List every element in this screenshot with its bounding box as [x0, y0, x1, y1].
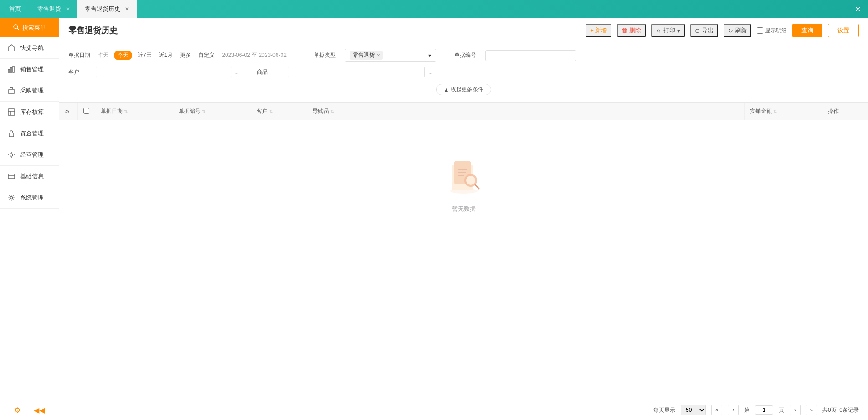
customer-filter-input[interactable] — [96, 67, 232, 77]
th-customer-label: 客户 — [257, 108, 267, 114]
collapse-row: ▲ 收起更多条件 — [68, 82, 859, 97]
date-opt-1month[interactable]: 近1月 — [157, 51, 175, 60]
sidebar-item-system-label: 系统管理 — [20, 194, 44, 202]
svg-line-1 — [17, 28, 19, 30]
export-icon: ⊙ — [695, 27, 700, 34]
sidebar-item-inventory[interactable]: 库存核算 — [0, 102, 59, 123]
date-opt-today[interactable]: 今天 — [114, 51, 132, 60]
close-window-button[interactable]: ✕ — [855, 5, 861, 14]
last-page-button[interactable]: » — [806, 405, 817, 415]
svg-point-15 — [466, 176, 475, 185]
page-size-label: 每页显示 — [653, 406, 675, 414]
settings-bottom-icon[interactable]: ⚙ — [14, 406, 21, 415]
gear-icon — [7, 194, 15, 202]
th-date-label: 单据日期 — [101, 108, 123, 114]
prev-page-button[interactable]: ‹ — [728, 405, 739, 415]
print-icon: 🖨 — [656, 27, 662, 34]
th-guide-sort[interactable]: ⇅ — [330, 109, 334, 114]
box-icon — [7, 108, 15, 116]
page-size-select[interactable]: 10 20 50 100 — [681, 405, 706, 415]
th-settings[interactable]: ⚙ — [59, 103, 77, 120]
type-filter-select[interactable]: 零售退货 ✕ ▾ — [345, 49, 436, 62]
number-filter-label: 单据编号 — [454, 51, 482, 59]
speaker-bottom-icon[interactable]: ◀◀ — [34, 406, 45, 415]
filter-row-1: 单据日期 昨天 今天 近7天 近1月 更多 自定义 2023-06-02 至 2… — [68, 49, 859, 62]
th-number: 单据编号 ⇅ — [173, 103, 251, 120]
collapse-label: 收起更多条件 — [451, 86, 483, 93]
date-opt-more[interactable]: 更多 — [178, 51, 193, 60]
collapse-button[interactable]: ▲ 收起更多条件 — [436, 84, 492, 95]
th-checkbox[interactable] — [77, 103, 95, 120]
tab-home-label: 首页 — [9, 5, 21, 13]
sidebar-item-finance-label: 资金管理 — [20, 129, 44, 138]
page-input-suffix: 页 — [779, 406, 784, 414]
refresh-icon: ↻ — [728, 27, 733, 34]
tab-retail-return-history[interactable]: 零售退货历史 ✕ — [77, 0, 137, 18]
empty-state: 暂无数据 — [59, 120, 868, 250]
info-icon — [7, 172, 15, 180]
sidebar-item-sales-label: 销售管理 — [20, 65, 44, 73]
sidebar-item-basic-info[interactable]: 基础信息 — [0, 166, 59, 187]
lock-icon — [7, 129, 15, 138]
date-range-display: 2023-06-02 至 2023-06-02 — [222, 51, 286, 59]
show-detail-label: 显示明细 — [765, 27, 787, 35]
new-button[interactable]: + 新增 — [586, 24, 611, 37]
tab-retail-return-close[interactable]: ✕ — [66, 6, 70, 12]
svg-rect-9 — [8, 174, 15, 179]
sidebar-search[interactable]: 搜索菜单 — [0, 18, 59, 37]
main-layout: 搜索菜单 快捷导航 销售管理 采购管理 库存核算 — [0, 18, 868, 420]
svg-rect-5 — [9, 89, 14, 94]
page-number-input[interactable] — [755, 405, 773, 415]
th-date: 单据日期 ⇅ — [95, 103, 173, 120]
sidebar-item-sales[interactable]: 销售管理 — [0, 59, 59, 80]
show-detail-checkbox[interactable] — [757, 27, 763, 34]
th-number-label: 单据编号 — [179, 108, 200, 114]
sidebar-item-operations[interactable]: 经营管理 — [0, 144, 59, 166]
tab-retail-return[interactable]: 零售退货 ✕ — [30, 0, 77, 18]
sidebar-item-finance[interactable]: 资金管理 — [0, 123, 59, 144]
show-detail-toggle[interactable]: 显示明细 — [757, 27, 787, 35]
next-page-button[interactable]: › — [790, 405, 801, 415]
sidebar-item-basic-info-label: 基础信息 — [20, 172, 44, 180]
date-opt-yesterday[interactable]: 昨天 — [96, 51, 110, 60]
date-filter-label: 单据日期 — [68, 51, 96, 59]
refresh-label: 刷新 — [735, 26, 747, 35]
table-settings-icon[interactable]: ⚙ — [65, 108, 70, 115]
tab-retail-return-history-close[interactable]: ✕ — [125, 6, 129, 12]
svg-rect-2 — [8, 69, 10, 72]
sidebar: 搜索菜单 快捷导航 销售管理 采购管理 库存核算 — [0, 18, 59, 420]
content-area: 零售退货历史 + 新增 🗑 删除 🖨 打印 ▾ ⊙ 导出 ↻ 刷新 — [59, 18, 868, 420]
sidebar-item-quick-nav[interactable]: 快捷导航 — [0, 37, 59, 59]
first-page-button[interactable]: « — [711, 405, 722, 415]
sidebar-item-system[interactable]: 系统管理 — [0, 187, 59, 209]
tab-retail-return-label: 零售退货 — [37, 5, 61, 13]
type-tag-close[interactable]: ✕ — [376, 53, 380, 58]
goods-filter-container: 商品 ... — [257, 67, 433, 77]
sidebar-item-purchase-label: 采购管理 — [20, 87, 44, 95]
goods-ellipsis[interactable]: ... — [428, 69, 433, 75]
delete-button[interactable]: 🗑 删除 — [617, 24, 646, 37]
collapse-icon: ▲ — [444, 87, 449, 93]
tab-home[interactable]: 首页 — [0, 0, 30, 18]
th-customer-sort[interactable]: ⇅ — [269, 109, 273, 114]
export-label: 导出 — [702, 26, 714, 35]
refresh-button[interactable]: ↻ 刷新 — [724, 24, 751, 37]
goods-filter-input[interactable] — [288, 67, 425, 77]
th-number-sort[interactable]: ⇅ — [202, 109, 205, 114]
number-filter-input[interactable] — [485, 50, 576, 61]
settings-button[interactable]: 设置 — [828, 24, 859, 37]
th-ops: 操作 — [822, 103, 868, 120]
print-button[interactable]: 🖨 打印 ▾ — [651, 24, 685, 37]
date-opt-custom[interactable]: 自定义 — [196, 51, 216, 60]
date-opt-7days[interactable]: 近7天 — [136, 51, 154, 60]
query-button[interactable]: 查询 — [792, 24, 822, 37]
table-header: ⚙ 单据日期 ⇅ 单据编号 ⇅ — [59, 103, 868, 120]
th-date-sort[interactable]: ⇅ — [124, 109, 128, 114]
export-button[interactable]: ⊙ 导出 — [690, 24, 718, 37]
th-amount-sort[interactable]: ⇅ — [773, 109, 777, 114]
select-all-checkbox[interactable] — [83, 108, 89, 114]
svg-line-16 — [475, 185, 479, 189]
customer-ellipsis[interactable]: ... — [234, 69, 239, 75]
sidebar-item-purchase[interactable]: 采购管理 — [0, 80, 59, 102]
svg-point-8 — [10, 154, 13, 156]
